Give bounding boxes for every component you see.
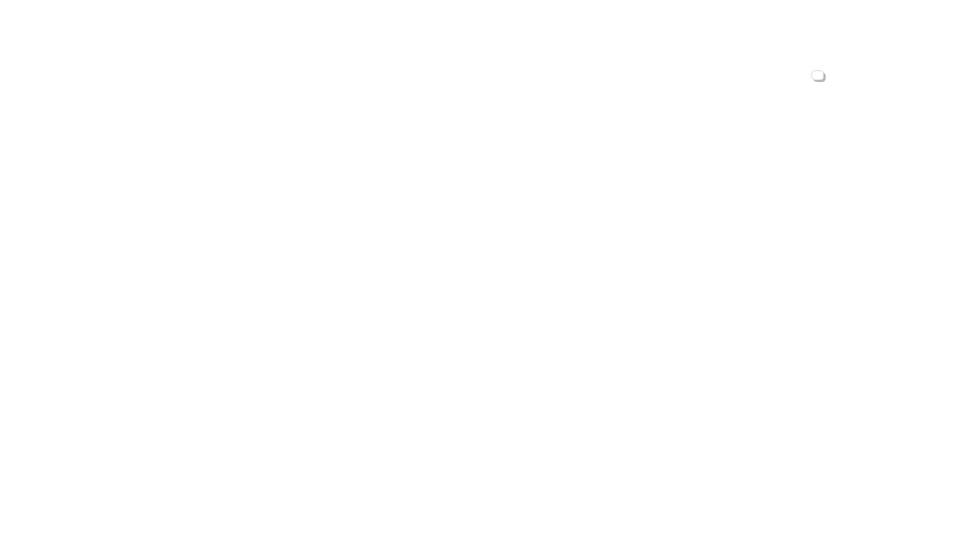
figure [0,0,980,551]
legend [812,70,824,80]
chart-canvas [0,0,980,551]
